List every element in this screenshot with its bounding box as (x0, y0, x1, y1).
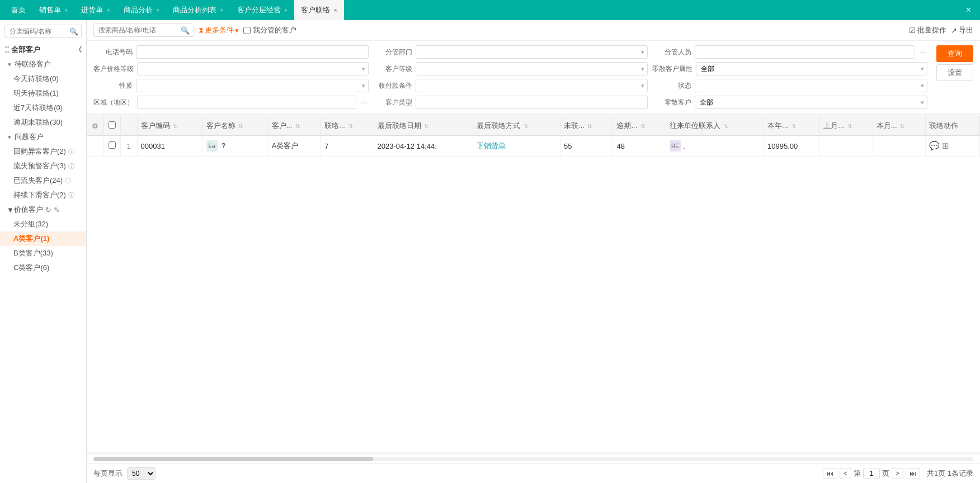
export-icon: ↗ (951, 26, 957, 35)
sidebar-group-pending[interactable]: ▼ 待联络客户 (0, 57, 86, 72)
qr-icon[interactable]: ⊞ (942, 141, 949, 151)
cell-contact: 7 (321, 136, 374, 157)
sidebar-item-tomorrow-pending[interactable]: 明天待联络(1) (0, 86, 86, 101)
price-level-select[interactable] (137, 62, 369, 75)
sidebar-item-repurchase-abnormal[interactable]: 回购异常客户(2) ⓘ (0, 144, 86, 159)
edit-icon[interactable]: ✎ (54, 206, 60, 214)
nav-product-analysis[interactable]: 商品分析 × (117, 0, 166, 20)
last-page-button[interactable]: ⏭ (906, 468, 920, 479)
window-close-button[interactable]: × (962, 5, 976, 15)
prev-page-button[interactable]: < (840, 468, 851, 479)
sidebar-item-7days-pending[interactable]: 近7天待联络(0) (0, 101, 86, 115)
sidebar-item-today-pending[interactable]: 今天待联络(0) (0, 72, 86, 86)
row-checkbox[interactable] (109, 141, 116, 149)
status-select[interactable] (695, 79, 927, 92)
sidebar-group-value: ▼ 价值客户 ↻ ✎ (0, 202, 86, 217)
col-unit-contact[interactable]: 往来单位联系人 ⇅ (666, 116, 764, 136)
refresh-icon[interactable]: ↻ (45, 206, 51, 214)
sidebar-item-churn-warning[interactable]: 流失预警客户(3) ⓘ (0, 159, 86, 173)
person-input[interactable] (695, 45, 915, 59)
nav-close-icon[interactable]: × (156, 7, 159, 13)
col-name[interactable]: 客户名称 ⇅ (202, 116, 268, 136)
col-last-month[interactable]: 上月... ⇅ (820, 116, 873, 136)
col-action: 联络动作 (926, 116, 980, 136)
sidebar-group-problem[interactable]: ▼ 问题客户 (0, 130, 86, 144)
page-number-input[interactable] (863, 468, 880, 479)
nav-close-icon[interactable]: × (220, 7, 223, 13)
col-num (120, 116, 137, 136)
gear-icon[interactable]: ⚙ (92, 122, 98, 130)
col-last-date[interactable]: 最后联络日期 ⇅ (374, 116, 473, 136)
col-contact[interactable]: 联络... ⇅ (321, 116, 374, 136)
nav-purchase-order[interactable]: 进货单 × (74, 0, 116, 20)
col-this-year[interactable]: 本年... ⇅ (764, 116, 820, 136)
payment-select[interactable] (416, 79, 648, 92)
sidebar-item-declining[interactable]: 持续下滑客户(2) ⓘ (0, 188, 86, 202)
cell-action: 💬 ⊞ (926, 136, 980, 157)
cell-last-method[interactable]: 下销货单 (473, 136, 560, 157)
my-customers-checkbox-label[interactable]: 我分管的客户 (243, 25, 296, 35)
status-select-wrapper: ▾ (695, 79, 927, 92)
select-all-checkbox[interactable] (109, 121, 116, 129)
cell-checkbox[interactable] (103, 136, 120, 157)
col-no-contact[interactable]: 未联... ⇅ (560, 116, 613, 136)
col-this-month[interactable]: 本月... ⇅ (873, 116, 925, 136)
page-size-select[interactable]: 10 20 50 100 (127, 467, 156, 480)
filter-search-input[interactable] (93, 23, 194, 37)
nav-home[interactable]: 首页 (4, 0, 32, 20)
message-icon[interactable]: 💬 (929, 141, 940, 151)
method-link[interactable]: 下销货单 (477, 141, 506, 150)
nature-select[interactable] (136, 79, 369, 92)
nav-customer-segmentation[interactable]: 客户分层经营 × (230, 0, 294, 20)
region-input[interactable] (137, 96, 356, 109)
retail-attr-select[interactable]: 全部 (696, 62, 927, 75)
export-button[interactable]: ↗ 导出 (951, 25, 973, 35)
col-code[interactable]: 客户编码 ⇅ (137, 116, 202, 136)
sidebar-item-class-b[interactable]: B类客户(33) (0, 246, 86, 261)
sidebar-item-class-c[interactable]: C类客户(6) (0, 261, 86, 275)
col-last-method[interactable]: 最后联络方式 ⇅ (473, 116, 560, 136)
scrollbar-thumb[interactable] (93, 457, 373, 461)
customer-type-input[interactable] (416, 96, 648, 109)
advanced-filter: 电话号码 分管部门 ▾ 分管人员 (87, 41, 980, 114)
query-button[interactable]: 查询 (936, 45, 973, 62)
sidebar-all-customers[interactable]: ⁚⁚ 全部客户 《 (0, 42, 86, 57)
my-customers-checkbox[interactable] (243, 27, 251, 34)
cell-settings (87, 136, 103, 157)
col-overdue[interactable]: 逾期... ⇅ (613, 116, 666, 136)
customer-level-select[interactable] (416, 62, 648, 75)
info-icon: ⓘ (68, 191, 74, 200)
region-dots-icon[interactable]: ··· (360, 98, 369, 107)
sidebar-collapse-icon[interactable]: 《 (75, 45, 82, 55)
nav-close-icon[interactable]: × (64, 7, 68, 13)
page-label: 第 (854, 468, 861, 479)
settings-button[interactable]: 设置 (936, 64, 973, 81)
sidebar-item-class-a[interactable]: A类客户(1) (0, 231, 86, 246)
sidebar-item-churned[interactable]: 已流失客户(24) ⓘ (0, 173, 86, 188)
col-checkbox[interactable] (103, 116, 120, 136)
retail-select[interactable]: 全部 (695, 96, 927, 109)
dept-select[interactable] (416, 45, 648, 59)
dept-label: 分管部门 (373, 48, 412, 57)
nav-close-icon[interactable]: × (106, 7, 110, 13)
nav-customer-contact[interactable]: 客户联络 × (294, 0, 343, 20)
filter-more-button[interactable]: ⧗ 更多条件 ▾ (199, 25, 239, 35)
batch-ops-button[interactable]: ☑ 批量操作 (909, 25, 946, 35)
filter-field-customer-level: 客户等级 ▾ (373, 62, 648, 75)
nav-sales-order[interactable]: 销售单 × (32, 0, 74, 20)
sidebar-item-overdue[interactable]: 逾期未联络(30) (0, 115, 86, 130)
first-page-button[interactable]: ⏮ (823, 468, 837, 479)
col-type[interactable]: 客户... ⇅ (268, 116, 321, 136)
next-page-button[interactable]: > (892, 468, 903, 479)
nav-close-icon[interactable]: × (284, 7, 288, 13)
horizontal-scrollbar[interactable] (87, 454, 980, 463)
nav-close-active-icon[interactable]: × (333, 7, 337, 13)
payment-select-wrapper: ▾ (416, 79, 648, 92)
sidebar-item-ungrouped[interactable]: 未分组(32) (0, 217, 86, 231)
cell-name: Ea ？ (202, 136, 268, 157)
nav-product-analysis-list[interactable]: 商品分析列表 × (166, 0, 230, 20)
page-navigation: ⏮ < 第 页 > ⏭ 共1页 1条记录 (823, 468, 973, 479)
col-settings[interactable]: ⚙ (87, 116, 103, 136)
phone-input[interactable] (136, 45, 369, 59)
more-dots-icon[interactable]: ··· (918, 48, 927, 56)
